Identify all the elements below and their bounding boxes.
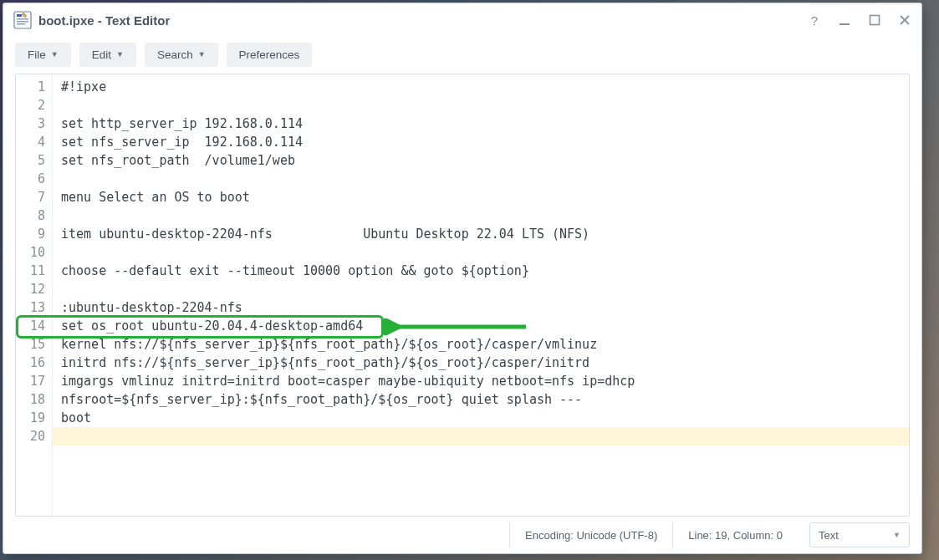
minimize-icon[interactable] — [838, 13, 851, 27]
code-line[interactable]: #!ipxe — [61, 78, 909, 96]
line-number: 15 — [16, 335, 52, 354]
code-line[interactable] — [53, 427, 909, 445]
line-number: 16 — [16, 354, 52, 372]
chevron-down-icon: ▼ — [198, 50, 206, 59]
chevron-down-icon: ▼ — [116, 50, 124, 59]
code-content[interactable]: #!ipxe set http_server_ip 192.168.0.114s… — [53, 74, 909, 516]
code-line[interactable]: nfsroot=${nfs_server_ip}:${nfs_root_path… — [61, 390, 909, 409]
line-number: 20 — [16, 427, 52, 445]
svg-rect-6 — [870, 16, 880, 25]
editor-area[interactable]: 1234567891011121314151617181920 #!ipxe s… — [15, 74, 910, 517]
svg-rect-5 — [839, 23, 850, 25]
language-select-label: Text — [819, 529, 839, 542]
code-line[interactable] — [61, 170, 909, 188]
line-number: 14 — [16, 317, 52, 335]
edit-menu-label: Edit — [92, 48, 111, 61]
line-number: 5 — [16, 151, 52, 170]
code-line[interactable]: menu Select an OS to boot — [61, 188, 909, 206]
line-number: 8 — [16, 206, 52, 225]
app-icon — [13, 11, 32, 29]
line-number: 18 — [16, 390, 52, 409]
file-menu-label: File — [28, 48, 46, 61]
search-menu-label: Search — [157, 48, 193, 61]
file-menu-button[interactable]: File ▼ — [15, 43, 71, 67]
window-controls: ? — [808, 13, 911, 27]
code-line[interactable]: choose --default exit --timeout 10000 op… — [61, 262, 909, 280]
code-line[interactable]: set nfs_server_ip 192.168.0.114 — [61, 133, 909, 151]
svg-rect-3 — [17, 21, 28, 23]
status-encoding: Encoding: Unicode (UTF-8) — [509, 522, 672, 547]
edit-menu-button[interactable]: Edit ▼ — [79, 43, 136, 67]
code-line[interactable]: kernel nfs://${nfs_server_ip}${nfs_root_… — [61, 335, 909, 354]
preferences-button[interactable]: Preferences — [227, 43, 313, 67]
line-number: 10 — [16, 243, 52, 262]
line-number: 4 — [16, 133, 52, 151]
preferences-label: Preferences — [239, 48, 300, 61]
window-title: boot.ipxe - Text Editor — [38, 13, 170, 28]
code-line[interactable] — [61, 445, 909, 464]
line-number: 2 — [16, 96, 52, 115]
code-line[interactable] — [61, 96, 909, 115]
chevron-down-icon: ▼ — [893, 531, 901, 539]
svg-rect-1 — [17, 14, 22, 17]
svg-rect-4 — [17, 23, 25, 25]
help-icon[interactable]: ? — [808, 13, 821, 27]
code-line[interactable]: initrd nfs://${nfs_server_ip}${nfs_root_… — [61, 354, 909, 372]
line-number: 7 — [16, 188, 52, 206]
close-icon[interactable] — [898, 13, 911, 27]
code-line[interactable]: :ubuntu-desktop-2204-nfs — [61, 298, 909, 317]
line-number: 19 — [16, 409, 52, 427]
code-line[interactable]: boot — [61, 409, 909, 427]
line-number: 6 — [16, 170, 52, 188]
editor-window: boot.ipxe - Text Editor ? File ▼ Ed — [3, 3, 922, 554]
search-menu-button[interactable]: Search ▼ — [145, 43, 218, 67]
line-number: 3 — [16, 115, 52, 133]
code-line[interactable] — [61, 280, 909, 298]
line-number: 11 — [16, 262, 52, 280]
svg-rect-2 — [17, 18, 28, 20]
chevron-down-icon: ▼ — [51, 50, 59, 59]
code-line[interactable]: set nfs_root_path /volume1/web — [61, 151, 909, 170]
line-number: 13 — [16, 298, 52, 317]
code-line[interactable] — [61, 243, 909, 262]
toolbar: File ▼ Edit ▼ Search ▼ Preferences — [3, 37, 921, 74]
language-select[interactable]: Text ▼ — [809, 522, 910, 547]
statusbar: Encoding: Unicode (UTF-8) Line: 19, Colu… — [3, 517, 921, 553]
code-line[interactable]: set http_server_ip 192.168.0.114 — [61, 115, 909, 133]
code-line[interactable]: item ubuntu-desktop-2204-nfs Ubuntu Desk… — [61, 225, 909, 243]
line-number: 17 — [16, 372, 52, 390]
line-number: 9 — [16, 225, 52, 243]
code-line[interactable] — [61, 206, 909, 225]
line-number: 12 — [16, 280, 52, 298]
code-line[interactable]: imgargs vmlinuz initrd=initrd boot=caspe… — [61, 372, 909, 390]
titlebar: boot.ipxe - Text Editor ? — [3, 3, 921, 37]
status-position: Line: 19, Column: 0 — [672, 522, 798, 547]
line-number-gutter: 1234567891011121314151617181920 — [16, 74, 53, 516]
line-number: 1 — [16, 78, 52, 96]
code-line[interactable]: set os_root ubuntu-20.04.4-desktop-amd64 — [61, 317, 909, 335]
maximize-icon[interactable] — [868, 13, 881, 27]
